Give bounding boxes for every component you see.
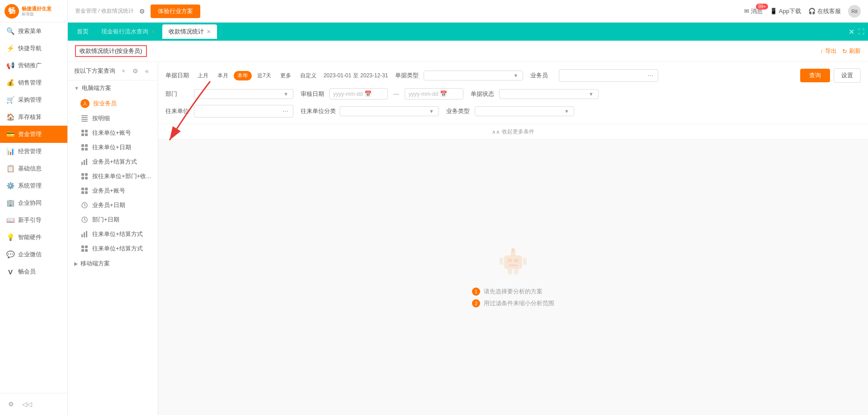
sidebar-item-quicknav[interactable]: ⚡ 快捷导航 bbox=[0, 40, 67, 57]
date-filter: 单据日期 上月 本月 本年 近7天 更多 自定义 bbox=[165, 71, 388, 80]
collapse-bar[interactable]: ∧∧ 收起更多条件 bbox=[158, 124, 868, 140]
sidebar-item-marketing[interactable]: 📢 营销推广 bbox=[0, 57, 67, 74]
svg-rect-21 bbox=[81, 191, 84, 194]
scheme-config-btn[interactable]: ⚙ bbox=[131, 66, 140, 75]
scheme-item-partner-payment3[interactable]: 往来单位+结算方式 bbox=[68, 241, 158, 256]
dash-separator: — bbox=[392, 90, 401, 97]
purchase-icon: 🛒 bbox=[6, 96, 14, 104]
date-shortcut-more[interactable]: 更多 bbox=[277, 71, 295, 80]
scheme-item-partner-account[interactable]: 往来单位+账号 bbox=[68, 126, 158, 140]
sidebar-item-purchase[interactable]: 🛒 采购管理 bbox=[0, 91, 67, 108]
sidebar-item-member[interactable]: V 畅会员 bbox=[0, 263, 67, 280]
table-icon-5 bbox=[80, 245, 89, 253]
sidebar-item-basic[interactable]: 📋 基础信息 bbox=[0, 160, 67, 177]
bill-type-chevron: ▼ bbox=[514, 73, 519, 78]
scheme-collapse-btn[interactable]: « bbox=[142, 66, 151, 75]
member-icon: V bbox=[6, 268, 14, 276]
tab-home[interactable]: 首页 bbox=[71, 28, 94, 36]
message-btn[interactable]: ✉ 消息 99+ bbox=[744, 7, 763, 15]
scheme-add-btn[interactable]: ＋ bbox=[119, 66, 128, 75]
tab-bank[interactable]: 现金银行流水查询 ✕ bbox=[95, 24, 161, 39]
sidebar-item-search[interactable]: 🔍 搜索菜单 bbox=[0, 23, 67, 40]
basic-icon: 📋 bbox=[6, 165, 14, 173]
date-shortcut-this-year[interactable]: 本年 bbox=[234, 71, 252, 80]
bill-type-select[interactable]: ▼ bbox=[424, 71, 523, 80]
scheme-item-by-detail[interactable]: 按明细 bbox=[68, 111, 158, 126]
inventory-icon: 🏠 bbox=[6, 113, 14, 121]
topbar-settings-icon[interactable]: ⚙ bbox=[139, 8, 145, 15]
scheme-group-mobile-header[interactable]: ▶ 移动端方案 bbox=[68, 256, 158, 271]
scheme-panel-actions: ＋ ⚙ « bbox=[119, 66, 151, 75]
tab-close-receipt[interactable]: ✕ bbox=[207, 29, 211, 35]
message-icon: ✉ bbox=[744, 8, 749, 14]
query-btn[interactable]: 查询 bbox=[800, 69, 830, 82]
sidebar-item-sales[interactable]: 💰 销售管理 bbox=[0, 74, 67, 91]
svg-rect-6 bbox=[81, 133, 84, 136]
svg-rect-38 bbox=[500, 258, 503, 265]
scheme-item-dept-date[interactable]: 部门+日期 bbox=[68, 212, 158, 227]
empty-steps-list: 1 请先选择要分析的方案 2 用过滤条件来缩小分析范围 bbox=[472, 288, 554, 311]
sidebar-item-operations[interactable]: 📊 经营管理 bbox=[0, 143, 67, 160]
sidebar-item-system[interactable]: ⚙️ 系统管理 bbox=[0, 177, 67, 194]
tab-maximize-btn[interactable]: ⛶ bbox=[858, 28, 864, 35]
svg-rect-20 bbox=[85, 188, 88, 190]
scheme-item-partner-payment2[interactable]: 往来单位+结算方式 bbox=[68, 227, 158, 241]
scheme-btn[interactable]: 体验行业方案 bbox=[151, 5, 200, 18]
tab-close-bank[interactable]: ✕ bbox=[151, 29, 155, 35]
collapse-arrow-icon: ▶ bbox=[74, 261, 78, 267]
sidebar-settings-btn[interactable]: ⚙ bbox=[5, 398, 17, 410]
content-area: 按以下方案查询 ＋ ⚙ « ▼ 电脑端方案 bbox=[68, 62, 868, 415]
tab-extra-actions: ✕ ⛶ bbox=[849, 28, 864, 36]
sidebar-collapse-btn[interactable]: ◁◁ bbox=[21, 398, 33, 410]
sidebar-item-funds[interactable]: 💳 资金管理 bbox=[0, 126, 67, 143]
salesman-select[interactable]: ··· bbox=[559, 69, 658, 82]
service-btn[interactable]: 🎧 在线客服 bbox=[808, 7, 841, 15]
partner-more-icon[interactable]: ··· bbox=[283, 107, 288, 115]
biz-type-chevron: ▼ bbox=[564, 108, 569, 114]
biz-type-select[interactable]: ▼ bbox=[475, 106, 574, 116]
date-shortcut-this-month[interactable]: 本月 bbox=[214, 71, 232, 80]
dept-select[interactable]: ▼ bbox=[194, 89, 293, 99]
scheme-item-partner-date[interactable]: 往来单位+日期 bbox=[68, 140, 158, 155]
tab-close-all-btn[interactable]: ✕ bbox=[849, 28, 854, 36]
settings-btn[interactable]: 设置 bbox=[834, 68, 861, 83]
sidebar-item-inventory[interactable]: 🏠 库存核算 bbox=[0, 108, 67, 126]
svg-rect-35 bbox=[509, 264, 518, 266]
content-wrapper: 收款情况统计(按业务员) ↑ 导出 ↻ 刷新 按以下方 bbox=[68, 41, 868, 415]
scheme-item-salesman-payment[interactable]: 业务员+结算方式 bbox=[68, 155, 158, 169]
bill-status-select[interactable]: ▼ bbox=[499, 89, 599, 99]
partner-category-select[interactable]: ▼ bbox=[340, 106, 439, 116]
empty-step-1: 1 请先选择要分析的方案 bbox=[472, 288, 554, 296]
wechat-icon: 💬 bbox=[6, 250, 14, 259]
operations-icon: 📊 bbox=[6, 147, 14, 156]
svg-rect-8 bbox=[81, 144, 84, 147]
sidebar-item-guide[interactable]: 📖 新手引导 bbox=[0, 212, 67, 229]
scheme-item-partner-dept[interactable]: 按往来单位+部门+收... bbox=[68, 169, 158, 184]
empty-state: 1 请先选择要分析的方案 2 用过滤条件来缩小分析范围 bbox=[158, 140, 868, 415]
date-shortcut-last-month[interactable]: 上月 bbox=[194, 71, 212, 80]
scheme-item-salesman-account[interactable]: 业务员+账号 bbox=[68, 184, 158, 198]
date-shortcut-custom[interactable]: 自定义 bbox=[297, 71, 320, 80]
sidebar-item-wechat[interactable]: 💬 企业微信 bbox=[0, 246, 67, 263]
svg-rect-4 bbox=[81, 130, 84, 132]
partner-select[interactable]: ··· bbox=[194, 105, 293, 118]
scheme-group-desktop-header[interactable]: ▼ 电脑端方案 bbox=[68, 80, 158, 96]
refresh-btn[interactable]: ↻ 刷新 bbox=[842, 47, 861, 55]
audit-date-to[interactable]: yyyy-mm-dd 📅 bbox=[405, 88, 463, 99]
salesman-filter: 业务员 ··· bbox=[530, 69, 658, 82]
date-shortcut-7days[interactable]: 近7天 bbox=[254, 71, 275, 80]
scheme-item-by-salesman[interactable]: 人 按业务员 bbox=[68, 96, 158, 111]
tab-receipt[interactable]: 收款情况统计 ✕ bbox=[162, 24, 217, 39]
export-btn[interactable]: ↑ 导出 bbox=[821, 47, 837, 55]
audit-date-from[interactable]: yyyy-mm-dd 📅 bbox=[329, 88, 388, 99]
empty-robot-illustration bbox=[495, 244, 531, 280]
funds-icon: 💳 bbox=[6, 130, 14, 138]
app-download-btn[interactable]: 📱 App下载 bbox=[770, 7, 801, 15]
sidebar-item-enterprise[interactable]: 🏢 企业协同 bbox=[0, 194, 67, 212]
scheme-item-salesman-date[interactable]: 业务员+日期 bbox=[68, 198, 158, 212]
top-bar-right: ✉ 消息 99+ 📱 App下载 🎧 在线客服 Rit bbox=[744, 5, 861, 18]
salesman-more-icon[interactable]: ··· bbox=[647, 71, 653, 80]
svg-rect-28 bbox=[81, 245, 84, 248]
sidebar-item-hardware[interactable]: 💡 智能硬件 bbox=[0, 229, 67, 246]
user-avatar[interactable]: Rit bbox=[848, 5, 861, 18]
